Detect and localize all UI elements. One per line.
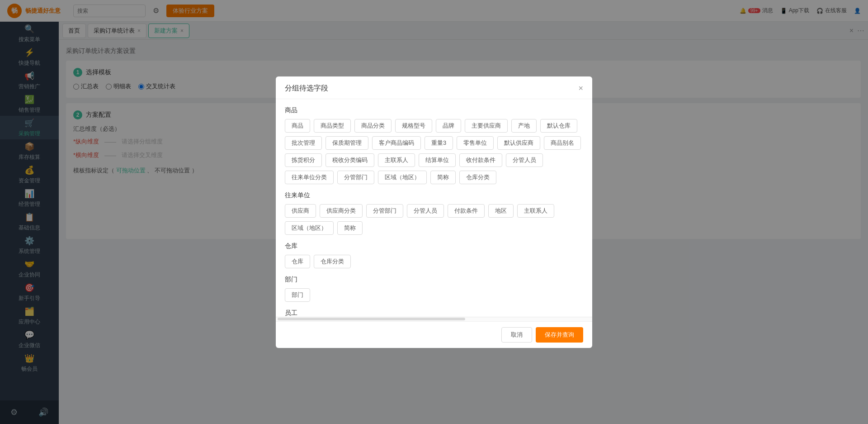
field-tag[interactable]: 默认供应商 xyxy=(497,136,540,150)
field-tag[interactable]: 仓库分类 xyxy=(314,255,351,268)
modal-footer: 取消 保存并查询 xyxy=(276,321,592,348)
field-tag[interactable]: 仓库 xyxy=(285,255,310,268)
field-tag[interactable]: 主联系人 xyxy=(517,204,554,218)
confirm-button[interactable]: 保存并查询 xyxy=(536,327,583,343)
field-tag[interactable]: 产地 xyxy=(511,119,537,133)
modal-overlay: 分组待选字段 × 商品商品商品类型商品分类规格型号品牌主要供应商产地默认仓库批次… xyxy=(0,0,868,424)
field-section-部门: 部门部门 xyxy=(285,276,583,302)
field-section-title: 商品 xyxy=(285,106,583,114)
field-tags: 仓库仓库分类 xyxy=(285,255,583,268)
field-tag[interactable]: 主联系人 xyxy=(378,153,415,167)
field-tag[interactable]: 部门 xyxy=(285,288,310,302)
field-tag[interactable]: 付款条件 xyxy=(448,204,485,218)
field-tag[interactable]: 商品别名 xyxy=(544,136,581,150)
modal-header: 分组待选字段 × xyxy=(276,76,592,99)
field-tag[interactable]: 商品分类 xyxy=(354,119,392,133)
modal-horizontal-scroll[interactable] xyxy=(276,317,592,321)
cancel-button[interactable]: 取消 xyxy=(501,327,532,343)
field-tags: 商品商品类型商品分类规格型号品牌主要供应商产地默认仓库批次管理保质期管理客户商品… xyxy=(285,119,583,184)
field-section-往来单位: 往来单位供应商供应商分类分管部门分管人员付款条件地区主联系人区域（地区）简称 xyxy=(285,191,583,235)
field-tag[interactable]: 地区 xyxy=(488,204,514,218)
field-tag[interactable]: 保质期管理 xyxy=(326,136,368,150)
field-tag[interactable]: 税收分类编码 xyxy=(326,153,374,167)
field-tag[interactable]: 品牌 xyxy=(436,119,461,133)
field-tag[interactable]: 简称 xyxy=(337,221,363,235)
field-tag[interactable]: 默认仓库 xyxy=(540,119,577,133)
modal-close-button[interactable]: × xyxy=(578,84,583,92)
field-tag[interactable]: 客户商品编码 xyxy=(372,136,421,150)
field-section-title: 员工 xyxy=(285,309,583,317)
modal-body: 商品商品商品类型商品分类规格型号品牌主要供应商产地默认仓库批次管理保质期管理客户… xyxy=(276,99,592,317)
field-tag[interactable]: 分管人员 xyxy=(407,204,444,218)
field-tag[interactable]: 商品类型 xyxy=(314,119,351,133)
field-tag[interactable]: 规格型号 xyxy=(395,119,432,133)
modal-dialog: 分组待选字段 × 商品商品商品类型商品分类规格型号品牌主要供应商产地默认仓库批次… xyxy=(276,76,592,348)
field-tags: 部门 xyxy=(285,288,583,302)
field-tag[interactable]: 重量3 xyxy=(425,136,453,150)
field-tag[interactable]: 往来单位分类 xyxy=(285,171,334,184)
field-tag[interactable]: 商品 xyxy=(285,119,310,133)
hscroll-thumb xyxy=(278,318,465,320)
field-tag[interactable]: 结算单位 xyxy=(419,153,456,167)
field-tag[interactable]: 供应商分类 xyxy=(320,204,363,218)
field-section-title: 往来单位 xyxy=(285,191,583,200)
field-tag[interactable]: 简称 xyxy=(430,171,456,184)
field-tag[interactable]: 主要供应商 xyxy=(465,119,508,133)
field-section-商品: 商品商品商品类型商品分类规格型号品牌主要供应商产地默认仓库批次管理保质期管理客户… xyxy=(285,106,583,184)
field-tag[interactable]: 收付款条件 xyxy=(459,153,502,167)
field-tag[interactable]: 分管部门 xyxy=(366,204,403,218)
field-tag[interactable]: 拣货积分 xyxy=(285,153,322,167)
field-tag[interactable]: 零售单位 xyxy=(457,136,494,150)
field-tag[interactable]: 仓库分类 xyxy=(459,171,496,184)
field-tag[interactable]: 批次管理 xyxy=(285,136,322,150)
field-tag[interactable]: 分管部门 xyxy=(337,171,374,184)
field-tag[interactable]: 区域（地区） xyxy=(378,171,427,184)
field-section-title: 部门 xyxy=(285,276,583,284)
field-section-员工: 员工业务员 xyxy=(285,309,583,317)
field-section-title: 仓库 xyxy=(285,242,583,250)
field-tags: 供应商供应商分类分管部门分管人员付款条件地区主联系人区域（地区）简称 xyxy=(285,204,583,235)
field-section-仓库: 仓库仓库仓库分类 xyxy=(285,242,583,268)
modal-title: 分组待选字段 xyxy=(285,84,328,93)
field-tag[interactable]: 区域（地区） xyxy=(285,221,334,235)
field-tag[interactable]: 供应商 xyxy=(285,204,316,218)
field-tag[interactable]: 分管人员 xyxy=(506,153,543,167)
